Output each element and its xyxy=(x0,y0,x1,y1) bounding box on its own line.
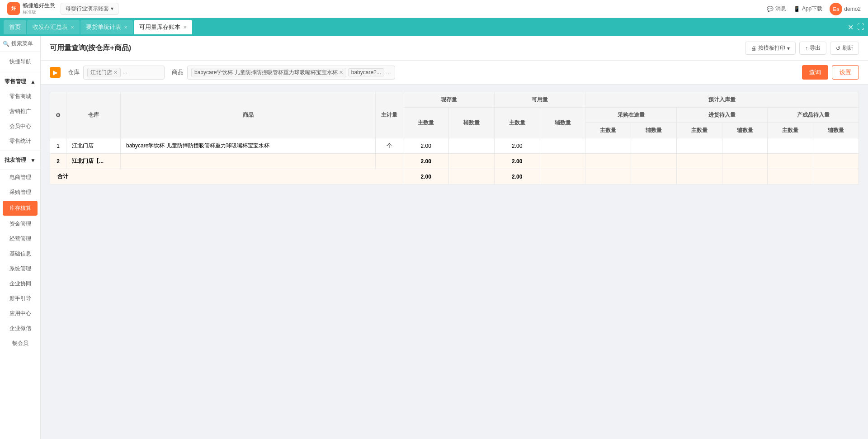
warehouse-more-dots[interactable]: ··· xyxy=(123,69,127,76)
filter-expand-button[interactable]: ▶ xyxy=(50,67,61,78)
warehouse-tag-value: 江北门店 xyxy=(90,69,112,76)
sidebar-item-basics[interactable]: 基础信息 xyxy=(0,246,40,261)
footer-purchase-aux xyxy=(631,169,677,184)
table-footer-row: 合计 2.00 2.00 xyxy=(50,169,859,184)
sidebar-item-wechat[interactable]: 企业微信 xyxy=(0,321,40,336)
footer-stock-aux xyxy=(449,169,495,184)
col-purchase-main: 主数量 xyxy=(585,123,631,138)
fullscreen-icon[interactable]: ⛶ xyxy=(857,23,864,31)
sidebar: 🔍 搜索菜单 快捷导航 零售管理 ▲ 零售商城 营销推广 会员中心 零售统计 批… xyxy=(0,36,41,439)
row-purchase-aux xyxy=(631,138,677,154)
row-warehouse: 江北门店 xyxy=(66,138,121,154)
row-avail-main: 2.00 xyxy=(494,138,540,154)
top-bar-right: 💬 消息 📱 App下载 Ea demo2 xyxy=(767,3,861,15)
product-tag-1-close[interactable]: ✕ xyxy=(339,70,343,76)
sidebar-item-retail-mall[interactable]: 零售商城 xyxy=(0,89,40,104)
sidebar-item-members[interactable]: 会员中心 xyxy=(0,119,40,134)
tab-order-stats[interactable]: 要货单统计表 ✕ xyxy=(80,20,133,34)
sidebar-item-ecommerce[interactable]: 电商管理 xyxy=(0,170,40,185)
tab-order-stats-label: 要货单统计表 xyxy=(86,23,121,31)
export-label: 导出 xyxy=(810,44,821,52)
product-filter-input[interactable]: babycare学饮杯 儿童防摔防撞吸管杯重力球吸嘴杯宝宝水杯 ✕ babyca… xyxy=(187,66,395,80)
sidebar-nav: 快捷导航 xyxy=(0,52,40,72)
footer-production-aux xyxy=(813,169,859,184)
warehouse-filter-group: 仓库 江北门店 ✕ ··· xyxy=(68,66,165,80)
footer-purchase-main xyxy=(585,169,631,184)
industry-selector[interactable]: 母婴行业演示账套 ▾ xyxy=(61,3,118,15)
table-container: ⚙ 仓库 商品 主计量 现存量 可用量 预计入库量 主数量 辅数量 主数量 辅数… xyxy=(41,85,868,439)
filter-area: ▶ 仓库 江北门店 ✕ ··· 商品 babycare学饮杯 儿童防摔防撞吸管杯… xyxy=(41,61,868,85)
product-filter-group: 商品 babycare学饮杯 儿童防摔防撞吸管杯重力球吸嘴杯宝宝水杯 ✕ bab… xyxy=(172,66,395,80)
tab-bar-right: ✕ ⛶ xyxy=(848,23,864,32)
col-warehouse-header: 仓库 xyxy=(66,92,121,138)
user-area[interactable]: Ea demo2 xyxy=(830,3,861,15)
warehouse-filter-input[interactable]: 江北门店 ✕ ··· xyxy=(83,66,165,80)
app-download-button[interactable]: 📱 App下载 xyxy=(793,5,822,13)
row-purchase-aux xyxy=(631,154,677,169)
col-settings[interactable]: ⚙ xyxy=(50,92,66,138)
print-icon: 🖨 xyxy=(751,45,756,52)
logo-area: 好 畅捷通好生意 标准版 xyxy=(7,2,55,15)
retail-label: 零售管理 xyxy=(5,78,26,85)
sidebar-item-vip[interactable]: 畅会员 xyxy=(0,336,40,351)
row-unit: 个 xyxy=(376,138,403,154)
tab-home[interactable]: 首页 xyxy=(4,20,26,34)
top-bar: 好 畅捷通好生意 标准版 母婴行业演示账套 ▾ 💬 消息 📱 App下载 Ea … xyxy=(0,0,868,18)
col-unit-header: 主计量 xyxy=(376,92,403,138)
search-menu-label: 搜索菜单 xyxy=(11,40,33,47)
col-purchase-header: 采购在途量 xyxy=(585,108,677,123)
search-icon: 🔍 xyxy=(3,41,9,47)
row-avail-aux xyxy=(540,154,585,169)
search-menu-button[interactable]: 🔍 搜索菜单 xyxy=(0,36,40,52)
col-arrival-main: 主数量 xyxy=(676,123,722,138)
col-stock-aux: 辅数量 xyxy=(449,108,495,138)
tab-available-stock-close[interactable]: ✕ xyxy=(183,25,187,30)
export-button[interactable]: ↑ 导出 xyxy=(799,42,826,55)
page-title: 可用量查询(按仓库+商品) xyxy=(50,43,131,53)
close-window-icon[interactable]: ✕ xyxy=(848,23,854,32)
tab-receive-send-close[interactable]: ✕ xyxy=(71,25,74,30)
sidebar-item-purchase[interactable]: 采购管理 xyxy=(0,185,40,200)
settings-button[interactable]: 设置 xyxy=(832,65,859,80)
query-button[interactable]: 查询 xyxy=(802,65,828,80)
col-current-stock-header: 现存量 xyxy=(403,92,495,108)
sidebar-item-inventory[interactable]: 库存核算 xyxy=(3,201,38,216)
col-incoming-header: 预计入库量 xyxy=(585,92,859,108)
col-avail-main: 主数量 xyxy=(494,108,540,138)
sidebar-item-enterprise[interactable]: 企业协同 xyxy=(0,276,40,291)
col-purchase-aux: 辅数量 xyxy=(631,123,677,138)
tab-bar: 首页 收发存汇总表 ✕ 要货单统计表 ✕ 可用量库存账本 ✕ ✕ ⛶ xyxy=(0,18,868,36)
row-production-main xyxy=(768,154,813,169)
sidebar-item-quick-nav[interactable]: 快捷导航 xyxy=(0,54,40,69)
tab-available-stock[interactable]: 可用量库存账本 ✕ xyxy=(134,20,192,34)
row-avail-aux xyxy=(540,138,585,154)
product-tag-2-value: babycare?... xyxy=(351,69,381,76)
sidebar-item-retail-stats[interactable]: 零售统计 xyxy=(0,134,40,149)
tab-order-stats-close[interactable]: ✕ xyxy=(124,25,127,30)
sidebar-item-system[interactable]: 系统管理 xyxy=(0,261,40,276)
row-avail-main: 2.00 xyxy=(494,154,540,169)
tab-receive-send[interactable]: 收发存汇总表 ✕ xyxy=(27,20,80,34)
table-header-row-1: ⚙ 仓库 商品 主计量 现存量 可用量 预计入库量 xyxy=(50,92,859,108)
warehouse-filter-label: 仓库 xyxy=(68,68,80,76)
warehouse-tag-close[interactable]: ✕ xyxy=(113,70,118,76)
tab-available-stock-label: 可用量库存账本 xyxy=(139,23,180,31)
sidebar-retail-header[interactable]: 零售管理 ▲ xyxy=(0,74,40,89)
row-stock-aux xyxy=(449,154,495,169)
sidebar-wholesale-header[interactable]: 批发管理 ▼ xyxy=(0,153,40,168)
refresh-button[interactable]: ↺ 刷新 xyxy=(830,42,859,55)
sidebar-item-marketing[interactable]: 营销推广 xyxy=(0,104,40,119)
footer-avail-main: 2.00 xyxy=(494,169,540,184)
message-button[interactable]: 💬 消息 xyxy=(767,5,786,13)
sidebar-item-operations[interactable]: 经营管理 xyxy=(0,231,40,246)
template-print-button[interactable]: 🖨 按模板打印 ▾ xyxy=(745,42,796,55)
row-purchase-main xyxy=(585,154,631,169)
product-more-dots[interactable]: ··· xyxy=(386,69,391,76)
sidebar-item-newuser[interactable]: 新手引导 xyxy=(0,291,40,306)
sidebar-item-appcenter[interactable]: 应用中心 xyxy=(0,306,40,321)
table-row: 1 江北门店 babycare学饮杯 儿童防摔防撞吸管杯重力球吸嘴杯宝宝水杯 个… xyxy=(50,138,859,154)
tab-home-label: 首页 xyxy=(9,23,21,31)
sidebar-section-wholesale: 批发管理 ▼ xyxy=(0,151,40,170)
col-arrival-header: 进货待入量 xyxy=(676,108,768,123)
sidebar-item-finance[interactable]: 资金管理 xyxy=(0,217,40,231)
